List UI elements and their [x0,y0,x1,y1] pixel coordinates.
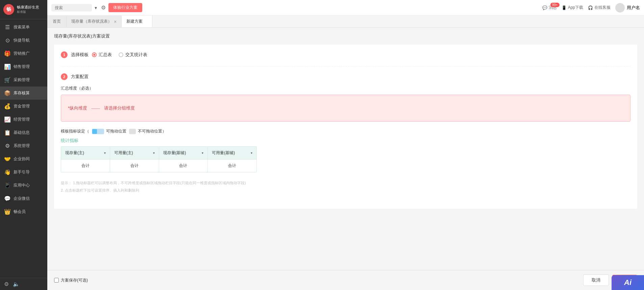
no-drag-box [129,129,136,134]
step2-number: 2 [61,73,68,80]
tab-new-close-icon[interactable]: × [145,19,147,24]
marketing-icon: 🎁 [4,50,11,57]
chevron-down-icon-4[interactable]: ▾ [251,151,252,155]
stats-col-2[interactable]: 可用量(主) ▾ [110,147,159,159]
save-checkbox[interactable] [54,278,59,283]
toggle-box [92,129,104,134]
user-menu[interactable]: 用户名 [615,3,640,13]
finance-icon: 💰 [4,103,11,110]
step2-header: 2 方案配置 [61,73,630,80]
wechat-icon: 💬 [4,195,11,202]
sidebar-item-newbie[interactable]: 👋 新手引导 [0,166,47,179]
stats-cell-4: 合计 [208,160,256,172]
sidebar-nav: ☰ 搜索菜单 ⊙ 快捷导航 🎁 营销推广 📊 销售管理 🛒 采购管理 📦 库存核… [0,19,47,278]
dimension-section-label: 汇总维度（必选） [61,86,630,91]
app-download-btn[interactable]: 📱 App下载 [562,5,583,10]
sidebar-logo: 畅 畅康通好生意 标准版 [0,0,47,19]
stats-cell-3: 合计 [159,160,208,172]
topbar-right: 💬 消息 99+ 📱 App下载 🎧 在线客服 用户名 [542,3,640,13]
topbar: ▾ ⚙ 体验行业方案 💬 消息 99+ 📱 App下载 🎧 在线客服 用户名 [47,0,644,16]
message-btn[interactable]: 💬 消息 99+ [542,5,557,10]
stats-header: 现存量(主) ▾ 可用量(主) ▾ 现存量(基辅) ▾ [61,147,256,159]
chevron-down-icon-1[interactable]: ▾ [104,151,106,155]
footer-settings-icon[interactable]: ⚙ [4,281,9,287]
sidebar-item-operations[interactable]: 📈 经营管理 [0,113,47,126]
sidebar-item-marketing[interactable]: 🎁 营销推广 [0,47,47,60]
sidebar: 畅 畅康通好生意 标准版 ☰ 搜索菜单 ⊙ 快捷导航 🎁 营销推广 📊 销售管理… [0,0,47,290]
sidebar-item-quick-nav[interactable]: ⊙ 快捷导航 [0,34,47,47]
sidebar-item-wechat[interactable]: 💬 企业微信 [0,192,47,205]
sidebar-item-inventory[interactable]: 📦 库存核算 [0,87,47,100]
radio-summary[interactable]: 汇总表 [92,52,112,58]
toggle-handle [92,129,97,134]
footer-sound-icon[interactable]: 🔈 [13,281,20,287]
sidebar-item-system[interactable]: ⚙ 系统管理 [0,139,47,152]
template-radio-group: 汇总表 交叉统计表 [92,52,147,58]
indicator-settings: 模板指标设定（ 可拖动位置 不可拖动位置） 统计指 [61,128,630,194]
system-icon: ⚙ [4,143,11,149]
basic-icon: 📋 [4,129,11,136]
stats-cell-2: 合计 [110,160,159,172]
tips-section: 提示： 1.拖动标题栏可以调整布局，不可跨维度或指标区域拖动栏目字段(只能在同一… [61,179,630,194]
tab-inventory-status[interactable]: 现存量（库存状况表） × [67,16,122,27]
sales-icon: 📊 [4,64,11,70]
newbie-icon: 👋 [4,169,11,175]
plan-card: 1 选择模板 汇总表 交叉统计表 [54,45,637,209]
step2-title: 方案配置 [71,74,89,80]
step1-title: 选择模板 [71,52,89,58]
inventory-icon: 📦 [4,90,11,96]
search-dropdown-btn[interactable]: ▾ [95,5,97,10]
tab-home[interactable]: 首页 [47,16,67,27]
sidebar-item-company[interactable]: 🤝 企业协同 [0,152,47,166]
step1-number: 1 [61,51,68,58]
indicator-toggle[interactable]: 可拖动位置 [92,128,126,134]
tab-new-label: 新建方案 [126,19,143,24]
quick-nav-icon: ⊙ [4,37,11,44]
logo-icon: 畅 [3,4,14,15]
sidebar-item-search-menu[interactable]: ☰ 搜索菜单 [0,21,47,34]
radio-cross-dot [119,52,123,57]
cancel-button[interactable]: 取消 [583,274,609,286]
radio-cross[interactable]: 交叉统计表 [119,52,147,58]
radio-summary-dot [92,52,97,57]
sidebar-item-member[interactable]: 👑 畅会员 [0,205,47,218]
step2-section: 2 方案配置 汇总维度（必选） *纵向维度 —— 请选择分组维度 模板指标设定（ [61,73,630,194]
dimension-picker-area[interactable]: *纵向维度 —— 请选择分组维度 [61,95,630,122]
tabbar: 首页 现存量（库存状况表） × 新建方案 × [47,16,644,28]
sidebar-item-purchase[interactable]: 🛒 采购管理 [0,73,47,87]
stats-table: 现存量(主) ▾ 可用量(主) ▾ 现存量(基辅) ▾ [61,146,257,172]
search-input[interactable] [51,4,92,11]
stats-body: 合计 合计 合计 合计 [61,159,256,172]
dimension-placeholder: *纵向维度 —— 请选择分组维度 [68,105,135,111]
page-title: 现存量(库存状况表)方案设置 [54,33,637,39]
tips-title: 提示： 1.拖动标题栏可以调整布局，不可跨维度或指标区域拖动栏目字段(只能在同一… [61,179,630,187]
industry-btn[interactable]: 体验行业方案 [108,3,142,12]
sidebar-item-appstore[interactable]: 📱 应用中心 [0,179,47,192]
indicator-no-drag: 不可拖动位置） [129,128,166,134]
avatar [615,3,625,13]
chevron-down-icon-2[interactable]: ▾ [153,151,155,155]
indicator-label-row: 模板指标设定（ 可拖动位置 不可拖动位置） [61,128,630,134]
sidebar-item-basic[interactable]: 📋 基础信息 [0,126,47,139]
stats-cell-1: 合计 [61,160,110,172]
bottom-row: 方案保存(可选) 取消 查询 [47,270,644,290]
content-area: 现存量(库存状况表)方案设置 1 选择模板 汇总表 交叉统计表 [47,28,644,270]
operations-icon: 📈 [4,116,11,123]
stats-col-3[interactable]: 现存量(基辅) ▾ [159,147,208,159]
chevron-down-icon-3[interactable]: ▾ [202,151,203,155]
gear-icon[interactable]: ⚙ [101,4,106,11]
main-area: ▾ ⚙ 体验行业方案 💬 消息 99+ 📱 App下载 🎧 在线客服 用户名 [47,0,644,290]
step1-section: 1 选择模板 汇总表 交叉统计表 [61,51,630,58]
tab-inventory-label: 现存量（库存状况表） [71,19,112,24]
sidebar-item-sales[interactable]: 📊 销售管理 [0,60,47,73]
message-icon: 💬 [542,5,547,10]
ai-badge[interactable]: Ai [612,275,644,290]
stats-col-1[interactable]: 现存量(主) ▾ [61,147,110,159]
tab-inventory-close-icon[interactable]: × [114,19,117,24]
tab-new-plan[interactable]: 新建方案 × [122,16,152,27]
tab-home-label: 首页 [53,19,61,24]
stats-col-4[interactable]: 可用量(基辅) ▾ [208,147,256,159]
service-btn[interactable]: 🎧 在线客服 [588,5,611,10]
sidebar-item-finance[interactable]: 💰 资金管理 [0,100,47,113]
search-menu-icon: ☰ [4,24,11,30]
